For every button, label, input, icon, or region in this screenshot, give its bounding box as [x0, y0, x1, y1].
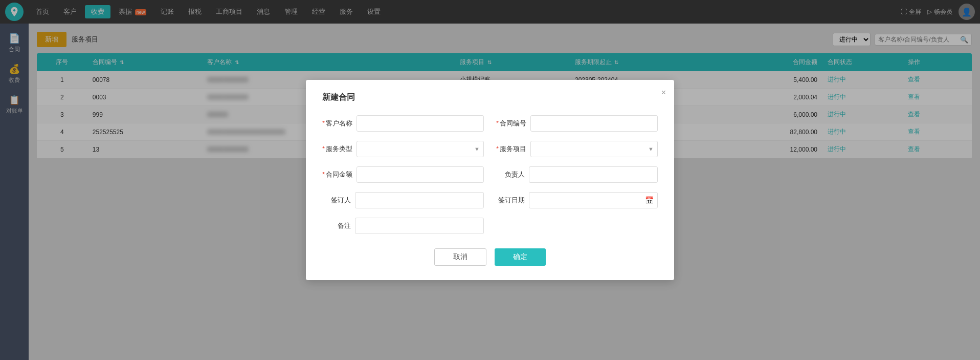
service-item-select-wrap: ▼	[530, 141, 658, 157]
remarks-label: 备注	[322, 221, 351, 230]
form-row-1: *客户名称 *合同编号	[322, 115, 658, 132]
form-row-4: 签订人 签订日期 2023-06-06 📅	[322, 192, 658, 208]
modal-footer: 取消 确定	[322, 248, 658, 266]
service-item-modal-label: *服务项目	[496, 144, 526, 154]
responsible-input[interactable]	[529, 166, 658, 183]
field-sign-date: 签订日期 2023-06-06 📅	[496, 192, 658, 208]
field-remarks: 备注	[322, 218, 484, 234]
field-contract-amount: *合同金额 0.00	[322, 166, 484, 183]
contract-amount-input[interactable]: 0.00	[357, 166, 484, 183]
close-button[interactable]: ×	[661, 88, 666, 97]
field-service-item: *服务项目 ▼	[496, 141, 658, 157]
confirm-button[interactable]: 确定	[495, 248, 546, 266]
sign-date-label: 签订日期	[496, 196, 525, 205]
signer-input[interactable]	[355, 192, 484, 208]
field-customer-name: *客户名称	[322, 115, 484, 132]
cancel-button[interactable]: 取消	[434, 248, 486, 266]
sign-date-wrap: 2023-06-06 📅	[529, 192, 658, 208]
contract-amount-label: *合同金额	[322, 170, 352, 179]
customer-name-input[interactable]	[357, 115, 484, 132]
field-contract-no: *合同编号	[496, 115, 658, 132]
customer-name-label: *客户名称	[322, 119, 352, 128]
field-signer: 签订人	[322, 192, 484, 208]
service-type-label: *服务类型	[322, 144, 352, 154]
contract-no-label: *合同编号	[496, 119, 526, 128]
service-type-select-wrap: ▼	[357, 141, 484, 157]
responsible-label: 负责人	[496, 170, 525, 179]
remarks-input[interactable]	[355, 218, 484, 234]
form-row-2: *服务类型 ▼ *服务项目 ▼	[322, 141, 658, 157]
service-item-select[interactable]	[530, 141, 658, 157]
modal-overlay[interactable]: 新建合同 × *客户名称 *合同编号 *服务类型	[0, 0, 980, 360]
form-row-5: 备注	[322, 218, 658, 234]
field-service-type: *服务类型 ▼	[322, 141, 484, 157]
contract-no-input[interactable]	[530, 115, 658, 132]
form-row-3: *合同金额 0.00 负责人	[322, 166, 658, 183]
new-contract-modal: 新建合同 × *客户名称 *合同编号 *服务类型	[306, 80, 674, 280]
modal-title: 新建合同	[322, 92, 658, 103]
field-responsible: 负责人	[496, 166, 658, 183]
service-type-select[interactable]	[357, 141, 484, 157]
signer-label: 签订人	[322, 196, 351, 205]
sign-date-input[interactable]: 2023-06-06	[529, 192, 658, 208]
